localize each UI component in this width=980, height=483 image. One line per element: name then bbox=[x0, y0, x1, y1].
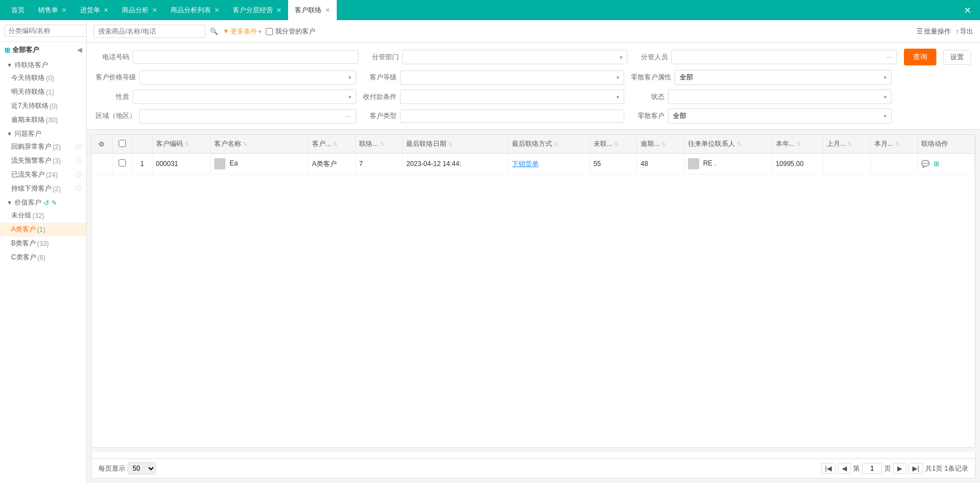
sidebar-item-churn-warning[interactable]: 流失预警客户 (3) ⓘ bbox=[0, 154, 86, 168]
sidebar-item-repurchase-abnormal[interactable]: 回购异常客户 (2) ⓘ bbox=[0, 140, 86, 154]
next-page-button[interactable]: ▶ bbox=[893, 463, 906, 474]
sidebar-item-7days-pending[interactable]: 近7天待联络 (0) bbox=[0, 99, 86, 113]
nav-tab-customer-contact[interactable]: 客户联络 ✕ bbox=[288, 0, 337, 20]
th-settings[interactable]: ⚙ bbox=[92, 135, 112, 154]
contact-method-link[interactable]: 下销货单 bbox=[512, 160, 539, 168]
nav-tab-purchase[interactable]: 进货单 ✕ bbox=[73, 0, 115, 20]
region-label: 区域（地区） bbox=[96, 111, 136, 121]
filter-search-icon[interactable]: 🔍 bbox=[210, 27, 218, 35]
first-page-button[interactable]: |◀ bbox=[821, 463, 836, 474]
arrow-icon-3: ▼ bbox=[7, 200, 12, 206]
phone-input[interactable] bbox=[133, 50, 359, 64]
th-checkbox[interactable] bbox=[112, 135, 132, 154]
td-last-contact-method[interactable]: 下销货单 bbox=[508, 154, 590, 174]
dept-select[interactable]: ▾ bbox=[402, 50, 628, 64]
nature-select[interactable]: ▾ bbox=[133, 89, 356, 104]
total-records-label: 共1页 1条记录 bbox=[925, 464, 968, 473]
group-pending-contact[interactable]: ▼ 待联络客户 bbox=[0, 58, 86, 71]
th-contact[interactable]: 联络... ⇅ bbox=[356, 135, 403, 154]
tab-purchase-close[interactable]: ✕ bbox=[103, 7, 109, 14]
sidebar-item-tomorrow-pending[interactable]: 明天待联络 (1) bbox=[0, 85, 86, 99]
chat-icon[interactable]: 💬 bbox=[921, 160, 930, 168]
nav-tab-product-analysis-list[interactable]: 商品分析列表 ✕ bbox=[164, 0, 226, 20]
th-unit-contact[interactable]: 往来单位联系人 ⇅ bbox=[684, 135, 772, 154]
horizontal-scrollbar[interactable] bbox=[91, 452, 976, 459]
th-code[interactable]: 客户编码 ⇅ bbox=[152, 135, 211, 154]
tab-sales-close[interactable]: ✕ bbox=[62, 7, 67, 14]
page-number-input[interactable] bbox=[862, 463, 882, 474]
sidebar-item-overdue-contact[interactable]: 逾期未联络 (30) bbox=[0, 113, 86, 127]
sort-lastmonth-icon: ⇅ bbox=[847, 141, 852, 147]
status-select[interactable]: ▾ bbox=[668, 89, 892, 104]
group-value-customers[interactable]: ▼ 价值客户 ↺ ✎ bbox=[0, 196, 86, 209]
qr-icon[interactable]: ⊞ bbox=[934, 160, 939, 168]
field-retail-attr: 零散客户属性 全部 ▾ bbox=[631, 70, 892, 85]
ungrouped-label: 未分组 bbox=[11, 211, 31, 220]
content-area: 🔍 ▼ 更多条件 ▾ 我分管的客户 ☰ 批量操作 ↑ 导出 bbox=[87, 20, 980, 483]
group-problem-customers[interactable]: ▼ 问题客户 bbox=[0, 127, 86, 140]
th-name[interactable]: 客户名称 ⇅ bbox=[211, 135, 309, 154]
per-page-select[interactable]: 50 100 200 bbox=[128, 462, 156, 475]
status-chevron: ▾ bbox=[884, 94, 887, 100]
th-this-year[interactable]: 本年... ⇅ bbox=[772, 135, 823, 154]
payment-select[interactable]: ▾ bbox=[400, 89, 624, 104]
tab-product-list-close[interactable]: ✕ bbox=[214, 7, 219, 14]
customer-type-input[interactable] bbox=[400, 110, 624, 123]
sidebar-item-today-pending[interactable]: 今天待联络 (0) bbox=[0, 71, 86, 85]
sidebar-item-ungrouped[interactable]: 未分组 (32) bbox=[0, 209, 86, 222]
edit-icon[interactable]: ✎ bbox=[51, 199, 57, 207]
th-this-month[interactable]: 本月... ⇅ bbox=[870, 135, 917, 154]
prev-page-button[interactable]: ◀ bbox=[838, 463, 851, 474]
sidebar-item-b-class[interactable]: B类客户 (33) bbox=[0, 236, 86, 250]
customer-type-label: 客户类型 bbox=[363, 111, 397, 121]
filter-row-1: 电话号码 分管部门 ▾ 分管人员 ··· 查询 设置 bbox=[96, 49, 971, 65]
nature-chevron: ▾ bbox=[348, 94, 351, 100]
tab-customer-segment-close[interactable]: ✕ bbox=[276, 7, 281, 14]
customer-level-select[interactable]: ▾ bbox=[400, 70, 624, 85]
retail-attr-value: 全部 bbox=[680, 73, 693, 82]
nav-tab-product-analysis[interactable]: 商品分析 ✕ bbox=[115, 0, 164, 20]
my-customers-checkbox[interactable]: 我分管的客户 bbox=[266, 27, 315, 36]
th-category[interactable]: 客户... ⇅ bbox=[308, 135, 355, 154]
th-overdue[interactable]: 逾期... ⇅ bbox=[637, 135, 684, 154]
price-level-select[interactable]: ▾ bbox=[139, 70, 356, 85]
query-button[interactable]: 查询 bbox=[904, 49, 936, 65]
filter-more-button[interactable]: ▼ 更多条件 ▾ bbox=[223, 27, 261, 36]
filter-search-input[interactable] bbox=[93, 25, 205, 38]
sidebar-item-a-class[interactable]: A类客户 (1) bbox=[0, 222, 86, 236]
collapse-icon[interactable]: ◀ bbox=[77, 46, 82, 54]
my-customers-check[interactable] bbox=[266, 28, 273, 35]
th-last-contact-method[interactable]: 最后联络方式 ⇅ bbox=[508, 135, 590, 154]
nav-tab-sales[interactable]: 销售单 ✕ bbox=[31, 0, 73, 20]
field-region: 区域（地区） ··· bbox=[96, 109, 356, 124]
th-last-contact-date[interactable]: 最后联络日期 ⇅ bbox=[403, 135, 508, 154]
manager-input[interactable]: ··· bbox=[671, 50, 897, 64]
sidebar-item-declining[interactable]: 持续下滑客户 (2) ⓘ bbox=[0, 182, 86, 196]
region-input[interactable]: ··· bbox=[139, 109, 356, 124]
batch-operation-button[interactable]: ☰ 批量操作 bbox=[917, 27, 951, 36]
tab-customer-contact-close[interactable]: ✕ bbox=[325, 7, 330, 14]
last-page-button[interactable]: ▶| bbox=[908, 463, 923, 474]
refresh-icon[interactable]: ↺ bbox=[44, 199, 49, 207]
nav-tab-home[interactable]: 首页 bbox=[4, 0, 31, 20]
td-name: Ea bbox=[211, 154, 309, 174]
th-no-contact[interactable]: 未联... ⇅ bbox=[590, 135, 637, 154]
select-all-checkbox[interactable] bbox=[119, 140, 126, 147]
retail-customer-select[interactable]: 全部 ▾ bbox=[668, 108, 892, 124]
sort-overdue-icon: ⇅ bbox=[661, 141, 666, 147]
close-all-tabs-button[interactable]: ✕ bbox=[959, 5, 976, 16]
export-button[interactable]: ↑ 导出 bbox=[955, 27, 973, 36]
td-checkbox[interactable] bbox=[112, 154, 132, 174]
row-checkbox[interactable] bbox=[119, 159, 126, 167]
settings-button[interactable]: 设置 bbox=[943, 50, 971, 65]
declining-label: 持续下滑客户 bbox=[11, 184, 51, 193]
all-customers-section[interactable]: ⊞ 全部客户 ◀ bbox=[0, 42, 86, 58]
sidebar-item-churned[interactable]: 已流失客户 (24) ⓘ bbox=[0, 168, 86, 182]
sidebar-search-input[interactable] bbox=[4, 25, 87, 37]
region-dots: ··· bbox=[346, 112, 351, 120]
retail-attr-select[interactable]: 全部 ▾ bbox=[675, 70, 892, 85]
nav-tab-customer-segment[interactable]: 客户分层经营 ✕ bbox=[226, 0, 288, 20]
tab-product-analysis-close[interactable]: ✕ bbox=[152, 7, 157, 14]
sidebar-item-c-class[interactable]: C类客户 (6) bbox=[0, 250, 86, 264]
th-last-month[interactable]: 上月... ⇅ bbox=[823, 135, 870, 154]
